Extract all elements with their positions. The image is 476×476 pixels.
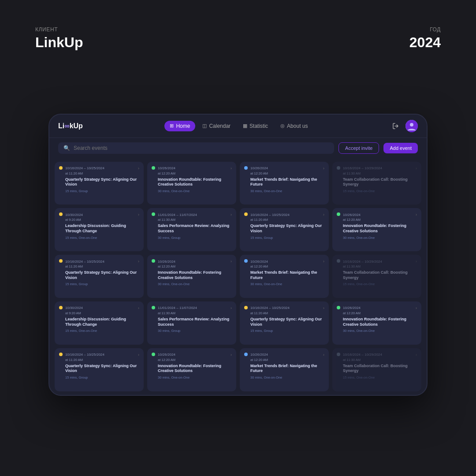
- event-date: 10/16/2024 – 10/25/2024›: [250, 212, 324, 217]
- add-event-button[interactable]: Add event: [383, 143, 418, 153]
- logout-icon: [392, 123, 399, 130]
- event-card-inner: 10/26/2024›at 12:20 AMInnovation Roundta…: [158, 353, 232, 379]
- event-card-inner: 10/26/2024›at 12:20 AMInnovation Roundta…: [343, 212, 417, 239]
- event-card[interactable]: 10/16/2024 – 10/25/2024›at 11:20 AMQuart…: [240, 301, 329, 345]
- nav-tab-home[interactable]: ⊞ Home: [164, 121, 195, 131]
- event-meta: 15 mins, Group: [250, 329, 324, 333]
- event-meta: 15 mins, One-on-One: [343, 376, 417, 379]
- event-card[interactable]: 10/16/2024 – 10/25/2024›at 11:20 AMQuart…: [55, 255, 144, 298]
- event-card[interactable]: 10/26/2024›at 12:20 AMInnovation Roundta…: [147, 348, 236, 391]
- event-dot: [244, 212, 248, 216]
- event-dot: [152, 212, 155, 216]
- event-date: 10/16/2024 – 10/29/2024›: [343, 353, 417, 357]
- event-title: Team Collaboration Call: Boosting Synerg…: [343, 270, 417, 280]
- event-meta: 30 mins, One-on-One: [158, 376, 232, 379]
- event-card[interactable]: 10/26/2024›at 12:20 AMMarket Trends Brie…: [240, 255, 329, 298]
- event-title: Quarterly Strategy Sync: Aligning Our Vi…: [250, 317, 324, 327]
- event-card-inner: 10/26/2024›at 12:20 AMInnovation Roundta…: [343, 306, 417, 333]
- nav-tab-calendar[interactable]: ◫ Calendar: [197, 121, 236, 131]
- event-chevron-icon: ›: [138, 353, 139, 357]
- event-dot: [244, 353, 248, 356]
- event-title: Quarterly Strategy Sync: Aligning Our Vi…: [65, 177, 139, 187]
- statistic-icon: ▦: [243, 123, 247, 129]
- event-title: Leadership Discussion: Guiding Through C…: [65, 317, 139, 327]
- event-card[interactable]: 10/16/2024 – 10/25/2024›at 11:20 AMQuart…: [55, 348, 144, 391]
- event-meta: 15 mins, One-on-One: [343, 282, 417, 286]
- event-card[interactable]: 11/01/2024 – 11/07/2024›at 11:30 AMSales…: [147, 208, 236, 251]
- search-input-wrap[interactable]: 🔍: [58, 142, 334, 154]
- event-chevron-icon: ›: [323, 259, 324, 264]
- logout-button[interactable]: [390, 120, 402, 132]
- event-card[interactable]: 10/26/2024›at 12:20 AMInnovation Roundta…: [332, 208, 421, 251]
- nav-tab-about[interactable]: ◎ About us: [275, 121, 313, 131]
- event-time: at 11:20 AM: [250, 311, 324, 315]
- event-card[interactable]: 10/26/2024›at 12:20 AMMarket Trends Brie…: [240, 162, 329, 205]
- event-chevron-icon: ›: [231, 212, 232, 217]
- event-card-inner: 10/16/2024 – 10/29/2024›at 11:30 AMTeam …: [343, 353, 417, 379]
- event-card[interactable]: 10/26/2024›at 12:20 AMInnovation Roundta…: [332, 301, 421, 345]
- event-meta: 15 mins, One-on-One: [65, 329, 139, 333]
- event-title: Market Trends Brief: Navigating the Futu…: [250, 270, 324, 280]
- event-chevron-icon: ›: [138, 259, 139, 264]
- event-card-inner: 11/01/2024 – 11/07/2024›at 11:30 AMSales…: [158, 212, 232, 239]
- event-date: 10/26/2024›: [158, 166, 232, 171]
- event-meta: 30 mins, One-on-One: [158, 282, 232, 286]
- event-chevron-icon: ›: [231, 259, 232, 264]
- event-chevron-icon: ›: [138, 306, 139, 310]
- event-card[interactable]: 11/01/2024 – 11/07/2024›at 11:30 AMSales…: [147, 301, 236, 345]
- event-card[interactable]: 10/26/2024›at 12:20 AMInnovation Roundta…: [147, 162, 236, 205]
- event-title: Quarterly Strategy Sync: Aligning Our Vi…: [250, 223, 324, 234]
- event-meta: 15 mins, Group: [250, 236, 324, 240]
- event-card[interactable]: 10/16/2024 – 10/29/2024›at 11:30 AMTeam …: [332, 255, 421, 298]
- event-meta: 30 mins, Group: [158, 236, 232, 240]
- search-icon: 🔍: [63, 145, 70, 151]
- home-icon: ⊞: [170, 123, 174, 129]
- event-card[interactable]: 10/30/2024›at 9:20 AMLeadership Discussi…: [55, 301, 144, 345]
- app-bar: Li∞kUp ⊞ Home ◫ Calendar ▦ Statistic: [49, 115, 427, 138]
- event-time: at 12:20 AM: [343, 218, 417, 222]
- event-chevron-icon: ›: [138, 166, 139, 171]
- event-meta: 15 mins, One-on-One: [65, 236, 139, 240]
- event-date: 10/16/2024 – 10/29/2024›: [343, 166, 417, 171]
- event-card[interactable]: 10/30/2024›at 9:20 AMLeadership Discussi…: [55, 208, 144, 251]
- search-bar: 🔍 Accept invite Add event: [49, 138, 427, 158]
- event-title: Innovation Roundtable: Fostering Creativ…: [343, 223, 417, 234]
- event-title: Innovation Roundtable: Fostering Creativ…: [158, 177, 232, 187]
- event-chevron-icon: ›: [323, 353, 324, 357]
- event-card[interactable]: 10/16/2024 – 10/29/2024›at 11:30 AMTeam …: [332, 348, 421, 391]
- event-meta: 30 mins, One-on-One: [343, 236, 417, 240]
- event-title: Leadership Discussion: Guiding Through C…: [65, 223, 139, 234]
- event-card[interactable]: 10/26/2024›at 12:20 AMMarket Trends Brie…: [240, 348, 329, 391]
- nav-tab-statistic[interactable]: ▦ Statistic: [238, 121, 273, 131]
- event-card[interactable]: 10/16/2024 – 10/29/2024›at 11:30 AMTeam …: [332, 162, 421, 205]
- client-block: КЛИЕНТ LinkUp: [35, 26, 83, 51]
- event-card-inner: 10/26/2024›at 12:20 AMInnovation Roundta…: [158, 166, 232, 193]
- event-chevron-icon: ›: [323, 166, 324, 171]
- event-chevron-icon: ›: [138, 212, 139, 217]
- event-time: at 11:20 AM: [250, 218, 324, 222]
- app-bar-right: [390, 120, 418, 132]
- search-input[interactable]: [74, 145, 329, 151]
- event-time: at 11:20 AM: [65, 171, 139, 175]
- event-title: Market Trends Brief: Navigating the Futu…: [250, 364, 324, 374]
- event-dot: [59, 353, 63, 356]
- year-label: ГОД: [409, 26, 441, 33]
- event-meta: 30 mins, One-on-One: [250, 282, 324, 286]
- event-card[interactable]: 10/16/2024 – 10/25/2024›at 11:20 AMQuart…: [240, 208, 329, 251]
- event-card[interactable]: 10/26/2024›at 12:20 AMInnovation Roundta…: [147, 255, 236, 298]
- event-date: 11/01/2024 – 11/07/2024›: [158, 212, 232, 217]
- event-card-inner: 10/26/2024›at 12:20 AMMarket Trends Brie…: [250, 166, 324, 193]
- events-grid: 10/16/2024 – 10/25/2024›at 11:20 AMQuart…: [49, 158, 427, 395]
- event-card-inner: 10/26/2024›at 12:20 AMMarket Trends Brie…: [250, 353, 324, 379]
- event-time: at 9:20 AM: [65, 218, 139, 222]
- event-card[interactable]: 10/16/2024 – 10/25/2024›at 11:20 AMQuart…: [55, 162, 144, 205]
- event-title: Team Collaboration Call: Boosting Synerg…: [343, 177, 417, 187]
- user-avatar[interactable]: [405, 120, 418, 132]
- event-dot: [59, 166, 63, 170]
- nav-tab-calendar-label: Calendar: [209, 123, 231, 129]
- event-card-inner: 10/16/2024 – 10/25/2024›at 11:20 AMQuart…: [65, 259, 139, 286]
- event-dot: [337, 306, 340, 309]
- accept-invite-button[interactable]: Accept invite: [338, 142, 379, 154]
- event-meta: 15 mins, One-on-One: [343, 189, 417, 193]
- event-time: at 12:20 AM: [158, 358, 232, 362]
